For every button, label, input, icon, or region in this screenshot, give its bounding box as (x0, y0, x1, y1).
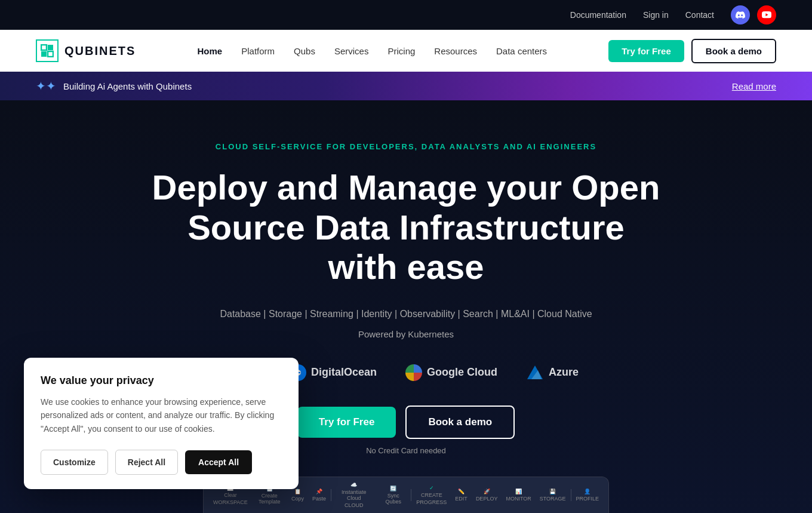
googlecloud-text: Google Cloud (427, 366, 497, 379)
azure-icon (526, 364, 544, 381)
documentation-link[interactable]: Documentation (570, 10, 626, 20)
logo[interactable]: QUBINETS (36, 39, 136, 62)
hero-title: Deploy and Manage your Open Source Data … (149, 168, 663, 287)
cookie-text: We use cookies to enhance your browsing … (41, 395, 282, 435)
toolbar-monitor-btn[interactable]: 📊 MONITOR (506, 489, 531, 502)
logo-text: QUBINETS (64, 44, 136, 58)
googlecloud-icon (405, 364, 422, 381)
toolbar-copy-btn[interactable]: 📋 Copy (291, 489, 304, 502)
cookie-actions: Customize Reject All Accept All (41, 450, 282, 475)
discord-icon[interactable] (731, 5, 750, 24)
toolbar-instantiate-btn[interactable]: ☁️ Instantiate Cloud CLOUD (336, 482, 372, 508)
toolbar-sep-1 (331, 489, 331, 501)
main-nav: QUBINETS Home Platform Qubs Services Pri… (0, 30, 812, 72)
hero-tags: Database | Storage | Streaming | Identit… (24, 309, 788, 320)
hero-book-demo-button[interactable]: Book a demo (405, 406, 515, 439)
contact-link[interactable]: Contact (685, 10, 714, 20)
social-icons (731, 5, 776, 24)
azure-logo: Azure (526, 364, 579, 381)
nav-pricing[interactable]: Pricing (387, 46, 415, 56)
toolbar-progress-group: ✓ CREATE PROGRESS ✏️ EDIT 🚀 DEPLOY 📊 MON… (416, 485, 565, 505)
logo-icon (36, 39, 59, 62)
hero-subtitle: CLOUD SELF-SERVICE FOR DEVELOPERS, DATA … (24, 142, 788, 151)
announcement-left: ✦✦ Building Ai Agents with Qubinets (36, 79, 192, 93)
toolbar-profile-btn[interactable]: 👤 PROFILE (576, 489, 599, 502)
svg-rect-1 (48, 45, 53, 50)
youtube-icon[interactable] (757, 5, 776, 24)
nav-book-demo-button[interactable]: Book a demo (691, 39, 776, 63)
digitalocean-logo: DigitalOcean (290, 364, 377, 381)
read-more-link[interactable]: Read more (732, 81, 776, 91)
azure-text: Azure (549, 366, 579, 379)
googlecloud-logo: Google Cloud (405, 364, 497, 381)
cookie-customize-button[interactable]: Customize (41, 450, 108, 475)
cookie-banner: We value your privacy We use cookies to … (24, 358, 299, 489)
svg-rect-3 (48, 51, 53, 57)
nav-try-free-button[interactable]: Try for Free (608, 40, 684, 62)
cookie-title: We value your privacy (41, 374, 282, 387)
announcement-text: Building Ai Agents with Qubinets (63, 81, 192, 91)
nav-data-centers[interactable]: Data centers (496, 46, 547, 56)
toolbar-sync-btn[interactable]: 🔄 Sync Qubes (380, 486, 407, 505)
nav-resources[interactable]: Resources (434, 46, 477, 56)
signin-link[interactable]: Sign in (643, 10, 669, 20)
nav-links: Home Platform Qubs Services Pricing Reso… (198, 46, 548, 56)
top-bar: Documentation Sign in Contact (0, 0, 812, 30)
toolbar-paste-btn[interactable]: 📌 Paste (312, 489, 326, 502)
toolbar-cloud-group: ☁️ Instantiate Cloud CLOUD 🔄 Sync Qubes (336, 482, 407, 508)
svg-rect-2 (41, 51, 47, 57)
toolbar-edit-btn[interactable]: ✏️ EDIT (455, 489, 467, 502)
svg-rect-0 (41, 45, 47, 50)
toolbar-sep-2 (411, 489, 411, 501)
sparkle-icon: ✦✦ (36, 79, 56, 93)
digitalocean-text: DigitalOcean (311, 366, 377, 379)
nav-qubs[interactable]: Qubs (294, 46, 315, 56)
toolbar-create-btn[interactable]: ✓ CREATE PROGRESS (416, 485, 447, 505)
nav-platform[interactable]: Platform (241, 46, 275, 56)
toolbar-sep-3 (571, 489, 571, 501)
cookie-reject-button[interactable]: Reject All (115, 450, 178, 475)
nav-home[interactable]: Home (198, 46, 223, 56)
cookie-accept-button[interactable]: Accept All (185, 450, 252, 474)
announcement-banner: ✦✦ Building Ai Agents with Qubinets Read… (0, 72, 812, 100)
hero-powered: Powered by Kubernetes (24, 329, 788, 339)
nav-services[interactable]: Services (334, 46, 369, 56)
toolbar-deploy-btn[interactable]: 🚀 DEPLOY (476, 489, 498, 502)
hero-try-free-button[interactable]: Try for Free (297, 407, 396, 438)
toolbar-storage-btn[interactable]: 💾 STORAGE (540, 489, 566, 502)
nav-actions: Try for Free Book a demo (608, 39, 776, 63)
